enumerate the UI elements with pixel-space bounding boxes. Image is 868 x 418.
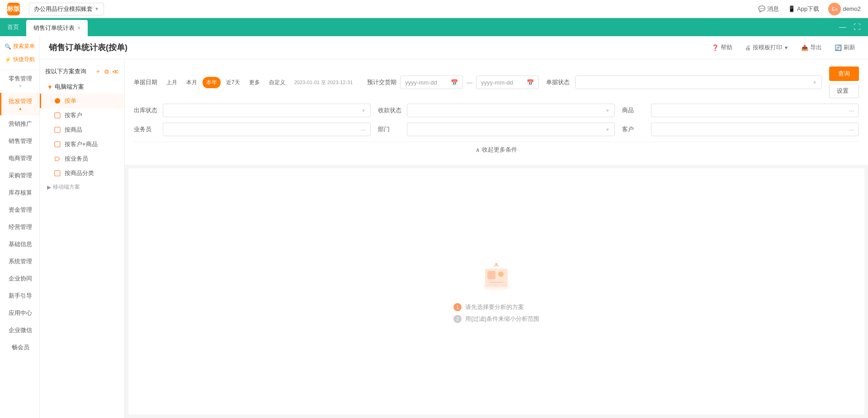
query-button[interactable]: 查询: [829, 66, 859, 81]
date-end-input[interactable]: yyyy-mm-dd 📅: [476, 76, 539, 89]
sidebar-item-ecommerce[interactable]: 电商管理: [0, 150, 39, 167]
date-btn-custom[interactable]: 自定义: [265, 77, 289, 88]
tab-close-icon[interactable]: ×: [77, 25, 80, 31]
sidebar-item-retail[interactable]: 零售管理 ▼: [0, 70, 39, 93]
date-quick-buttons: 上月 本月 本年 近7天 更多 自定义: [163, 77, 289, 88]
print-icon: 🖨: [745, 44, 751, 51]
sidebar-item-system[interactable]: 系统管理: [0, 253, 39, 270]
left-panel-header: 按以下方案查询 ＋ ⚙ ≪: [40, 65, 124, 78]
sidebar-item-basic[interactable]: 基础信息: [0, 236, 39, 253]
message-button[interactable]: 💬 消息: [758, 5, 779, 13]
collapse-button[interactable]: ∧ 收起更多条件: [134, 142, 859, 157]
tip-1-text: 请先选择要分析的方案: [465, 303, 524, 311]
edit-scheme-icon[interactable]: ⚙: [104, 68, 109, 75]
scheme-customer-icon: [54, 112, 61, 119]
customer-more-icon[interactable]: ···: [849, 126, 854, 133]
scheme-item-by-product-category[interactable]: 按商品分类: [40, 166, 124, 180]
sidebar-nav-button[interactable]: ⚡ 快捷导航: [0, 53, 39, 66]
sidebar-item-inventory[interactable]: 库存核算: [0, 184, 39, 201]
tip-2-text: 用[过滤]条件来缩小分析范围: [465, 315, 539, 323]
product-input[interactable]: ···: [651, 104, 859, 117]
scheme-item-by-customer[interactable]: 按客户: [40, 108, 124, 123]
calendar-end-icon: 📅: [527, 79, 534, 86]
refresh-button[interactable]: 🔄 刷新: [831, 42, 859, 53]
svg-rect-7: [487, 271, 495, 279]
export-button[interactable]: 📤 导出: [797, 42, 826, 53]
payment-status-select[interactable]: ▼: [407, 104, 615, 117]
sidebar-item-sales[interactable]: 销售管理: [0, 133, 39, 150]
scheme-category-label: 电脑端方案: [55, 83, 84, 91]
help-label: 帮助: [721, 43, 732, 52]
user-profile[interactable]: Ea demo2: [828, 3, 861, 15]
right-panel: 单据日期 上月 本月 本年 近7天 更多 自定义 2023-01-01 至 20…: [125, 59, 868, 418]
tab-minimize-icon[interactable]: —: [837, 21, 848, 33]
help-button[interactable]: ❓ 帮助: [708, 42, 736, 53]
sidebar-item-appcenter[interactable]: 应用中心: [0, 304, 39, 322]
tab-sales-order-label: 销售订单统计表: [33, 24, 75, 32]
sidebar-sales-label: 销售管理: [9, 137, 32, 145]
delivery-status-label: 出库状态: [134, 106, 159, 114]
customer-input[interactable]: ···: [651, 123, 859, 136]
tab-bar-actions: — ⛶: [837, 21, 868, 33]
top-bar-right: 💬 消息 📱 App下载 Ea demo2: [758, 3, 861, 15]
tip-1-number: 1: [453, 303, 462, 311]
settings-button[interactable]: 设置: [829, 84, 859, 98]
left-panel-title: 按以下方案查询: [45, 67, 86, 76]
page-actions: ❓ 帮助 🖨 按模板打印 ▼ 📤 导出 🔄 刷新: [708, 42, 859, 53]
scheme-customer-product-icon: [54, 141, 61, 148]
salesperson-input[interactable]: ···: [163, 123, 371, 136]
scheme-mobile-header[interactable]: ▶ 移动端方案: [40, 180, 124, 194]
scheme-category-desktop[interactable]: ▼ 电脑端方案: [40, 80, 124, 94]
add-scheme-icon[interactable]: ＋: [95, 67, 101, 76]
sidebar-appcenter-label: 应用中心: [9, 309, 32, 317]
date-btn-last-month[interactable]: 上月: [163, 77, 181, 88]
empty-tip-1: 1 请先选择要分析的方案: [453, 303, 539, 311]
sidebar-item-finance[interactable]: 资金管理: [0, 201, 39, 218]
sidebar-finance-label: 资金管理: [9, 206, 32, 214]
system-selector[interactable]: 办公用品行业模拟账套 ▼: [29, 3, 104, 15]
template-print-button[interactable]: 🖨 按模板打印 ▼: [741, 42, 792, 53]
scheme-item-by-order[interactable]: 按单: [40, 94, 124, 108]
tab-maximize-icon[interactable]: ⛶: [852, 21, 863, 33]
left-panel-icons: ＋ ⚙ ≪: [95, 67, 119, 76]
collapse-panel-icon[interactable]: ≪: [112, 68, 119, 75]
filter-row-2: 出库状态 ▼ 收款状态 ▼: [134, 104, 859, 117]
sidebar-item-member[interactable]: 畅会员: [0, 339, 39, 356]
delivery-status-group: 出库状态 ▼: [134, 104, 371, 117]
date-btn-7days[interactable]: 近7天: [222, 77, 244, 88]
sidebar: 🔍 搜索菜单 ⚡ 快捷导航 零售管理 ▼ 批发管理 ▲ 营销推广 销售管理 电商…: [0, 36, 40, 418]
date-btn-more[interactable]: 更多: [245, 77, 264, 88]
scheme-item-by-product[interactable]: 按商品: [40, 123, 124, 137]
collapse-label: 收起更多条件: [482, 146, 517, 154]
product-more-icon[interactable]: ···: [849, 107, 854, 114]
tab-home[interactable]: 首页: [0, 18, 26, 36]
refresh-label: 刷新: [844, 43, 855, 52]
date-start-input[interactable]: yyyy-mm-dd 📅: [400, 76, 463, 89]
empty-tips: 1 请先选择要分析的方案 2 用[过滤]条件来缩小分析范围: [453, 303, 539, 323]
scheme-item-by-salesperson[interactable]: 按业务员: [40, 152, 124, 166]
logo-text: 标版: [7, 5, 20, 13]
date-btn-this-year[interactable]: 本年: [203, 77, 221, 88]
sidebar-item-purchase[interactable]: 采购管理: [0, 167, 39, 184]
department-select[interactable]: ▼: [407, 123, 615, 136]
scheme-salesperson-icon: [54, 155, 61, 162]
filter-row-1: 单据日期 上月 本月 本年 近7天 更多 自定义 2023-01-01 至 20…: [134, 66, 859, 98]
tab-sales-order[interactable]: 销售订单统计表 ×: [26, 20, 88, 36]
expected-delivery-group: 预计交货期 yyyy-mm-dd 📅 — yyyy-mm-dd 📅: [367, 76, 539, 89]
sidebar-item-marketing[interactable]: 营销推广: [0, 115, 39, 133]
sidebar-basic-label: 基础信息: [9, 240, 32, 248]
sidebar-item-operations[interactable]: 经营管理: [0, 218, 39, 236]
svg-rect-2: [55, 127, 60, 133]
sidebar-item-newuser[interactable]: 新手引导: [0, 287, 39, 304]
scheme-item-by-customer-product[interactable]: 按客户+商品: [40, 137, 124, 152]
sidebar-item-enterprise[interactable]: 企业协同: [0, 270, 39, 287]
date-btn-this-month[interactable]: 本月: [183, 77, 201, 88]
sidebar-item-wholesale[interactable]: 批发管理 ▲: [0, 93, 39, 115]
salesperson-more-icon[interactable]: ···: [361, 126, 366, 133]
sidebar-item-wechat[interactable]: 企业微信: [0, 322, 39, 339]
delivery-status-select[interactable]: ▼: [163, 104, 371, 117]
svg-rect-4: [55, 171, 60, 176]
status-select[interactable]: ▼: [575, 76, 822, 89]
sidebar-search-button[interactable]: 🔍 搜索菜单: [0, 40, 39, 53]
app-download-button[interactable]: 📱 App下载: [788, 5, 819, 13]
